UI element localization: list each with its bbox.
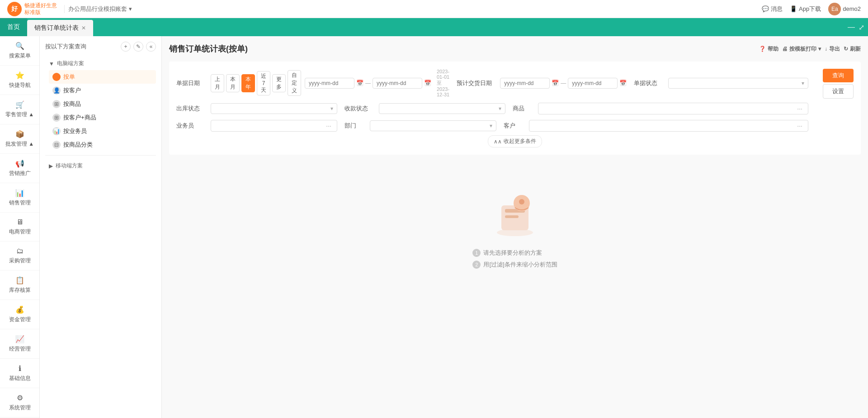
template-print-btn[interactable]: 🖨 按模板打印 ▾ xyxy=(782,45,821,53)
scheme-by-customer-product[interactable]: ⊞ 按客户+商品 xyxy=(49,111,156,124)
sidebar-item-basic-info[interactable]: ℹ 基础信息 xyxy=(0,359,39,388)
refresh-btn[interactable]: ↻ 刷新 xyxy=(844,45,861,53)
sidebar-item-retail[interactable]: 🛒 零售管理 ▲ xyxy=(0,95,39,124)
date-range-display: 2023-01-01 至 2023-12-31 xyxy=(437,69,449,97)
collapse-panel-btn[interactable]: « xyxy=(146,42,156,52)
minimize-icon[interactable]: — xyxy=(848,23,855,31)
maximize-icon[interactable]: ⤢ xyxy=(859,23,864,32)
message-icon: 💬 xyxy=(762,5,769,12)
by-product-category-icon: ⊟ xyxy=(52,141,61,149)
collapsed-icon: ▶ xyxy=(49,163,53,169)
collapse-row: ∧∧ 收起更多条件 xyxy=(176,135,854,147)
salesperson-select[interactable]: ··· xyxy=(211,120,337,132)
refresh-icon: ↻ xyxy=(844,46,848,52)
tab-bar: 首页 销售订单统计表 ✕ — ⤢ xyxy=(0,18,868,36)
sidebar-item-marketing[interactable]: 📢 营销推广 xyxy=(0,154,39,183)
section-divider xyxy=(45,155,156,156)
pc-section-header[interactable]: ▼ 电脑端方案 xyxy=(45,57,156,70)
sidebar-item-operations[interactable]: 📈 经营管理 xyxy=(0,329,39,359)
page-title-actions: ❓ 帮助 🖨 按模板打印 ▾ ↓ 导出 ↻ 刷新 xyxy=(759,45,861,53)
download-icon: 📱 xyxy=(790,5,797,12)
sidebar-item-search-menu[interactable]: 🔍 搜索菜单 xyxy=(0,36,39,66)
scheme-by-product-category[interactable]: ⊟ 按商品分类 xyxy=(49,138,156,152)
sidebar-item-purchase[interactable]: 🗂 采购管理 xyxy=(0,242,39,271)
department-select[interactable]: ▾ xyxy=(370,120,496,131)
ecom-icon: 🖥 xyxy=(2,218,38,226)
calendar-start-icon[interactable]: 📅 xyxy=(356,80,363,86)
left-panel-title: 按以下方案查询 xyxy=(45,43,86,51)
expected-separator: — xyxy=(561,80,566,86)
customer-ellipsis[interactable]: ··· xyxy=(795,122,804,129)
custom-btn[interactable]: 自定义 xyxy=(288,70,301,96)
empty-svg xyxy=(488,187,542,242)
date-end-input[interactable] xyxy=(373,78,422,89)
sidebar: 🔍 搜索菜单 ⭐ 快捷导航 🛒 零售管理 ▲ 📦 批发管理 ▲ 📢 营销推广 📊… xyxy=(0,36,40,418)
export-icon: ↓ xyxy=(825,46,827,52)
purchase-icon: 🗂 xyxy=(2,247,38,255)
app-download-btn[interactable]: 📱 App下载 xyxy=(790,5,821,13)
sidebar-item-quick-nav[interactable]: ⭐ 快捷导航 xyxy=(0,66,39,95)
customer-select[interactable]: ··· xyxy=(529,120,808,132)
star-icon: ⭐ xyxy=(2,71,38,80)
more-btn[interactable]: 更多 xyxy=(272,74,286,92)
finance-icon: 💰 xyxy=(2,305,38,314)
filter-area: 单据日期 上月 本月 本年 近7天 更多 自定义 xyxy=(169,62,861,155)
date-shortcuts: 上月 本月 本年 近7天 更多 自定义 xyxy=(211,70,301,96)
collapse-btn[interactable]: ∧∧ 收起更多条件 xyxy=(488,135,542,147)
sidebar-item-finance[interactable]: 💰 资金管理 xyxy=(0,300,39,329)
delivery-status-select[interactable]: ▾ xyxy=(211,103,337,114)
tab-sales-order-stats[interactable]: 销售订单统计表 ✕ xyxy=(27,20,93,36)
expected-delivery-end[interactable] xyxy=(568,78,618,89)
expected-delivery-start[interactable] xyxy=(500,78,550,89)
scheme-by-product[interactable]: ⊞ 按商品 xyxy=(49,97,156,111)
this-year-btn[interactable]: 本年 xyxy=(241,74,255,92)
last-month-btn[interactable]: 上月 xyxy=(211,74,224,92)
sidebar-item-ecom[interactable]: 🖥 电商管理 xyxy=(0,213,39,242)
date-input-group: 📅 — 📅 xyxy=(305,78,431,89)
date-filter-group: 上月 本月 本年 近7天 更多 自定义 📅 xyxy=(211,69,449,97)
logo-area: 好 畅捷通好生意 标准版 xyxy=(7,2,57,16)
main-layout: 🔍 搜索菜单 ⭐ 快捷导航 🛒 零售管理 ▲ 📦 批发管理 ▲ 📢 营销推广 📊… xyxy=(0,36,868,418)
sidebar-item-wholesale[interactable]: 📦 批发管理 ▲ xyxy=(0,124,39,154)
retail-icon: 🛒 xyxy=(2,100,38,109)
last-7-days-btn[interactable]: 近7天 xyxy=(257,71,270,95)
app-selector[interactable]: 办公用品行业模拟账套 ▾ xyxy=(64,5,136,13)
status-select[interactable]: ▾ xyxy=(668,78,808,89)
tab-home[interactable]: 首页 xyxy=(0,18,27,36)
scheme-by-order[interactable]: ● 按单 xyxy=(49,70,156,84)
tab-bar-actions: — ⤢ xyxy=(848,23,868,32)
print-arrow-icon: ▾ xyxy=(818,46,821,52)
sidebar-item-inventory[interactable]: 📋 库存核算 xyxy=(0,271,39,300)
export-btn[interactable]: ↓ 导出 xyxy=(825,45,840,53)
department-dropdown-icon: ▾ xyxy=(490,123,492,129)
mobile-section-label: 移动端方案 xyxy=(56,162,83,170)
product-ellipsis[interactable]: ··· xyxy=(795,105,804,112)
add-scheme-btn[interactable]: + xyxy=(121,42,131,52)
close-tab-icon[interactable]: ✕ xyxy=(81,25,86,31)
sidebar-item-system[interactable]: ⚙ 系统管理 xyxy=(0,388,39,418)
product-select[interactable]: ··· xyxy=(538,103,808,114)
by-salesperson-label: 按业务员 xyxy=(63,127,87,135)
date-start-input[interactable] xyxy=(305,78,354,89)
scheme-by-customer[interactable]: 👤 按客户 xyxy=(49,84,156,97)
help-btn[interactable]: ❓ 帮助 xyxy=(759,45,778,53)
user-menu[interactable]: Ea demo2 xyxy=(828,3,861,15)
message-btn[interactable]: 💬 消息 xyxy=(762,5,783,13)
calendar-end-icon[interactable]: 📅 xyxy=(424,80,431,86)
sidebar-item-sales[interactable]: 📊 销售管理 xyxy=(0,183,39,213)
query-btn[interactable]: 查询 xyxy=(823,69,854,82)
by-product-icon: ⊞ xyxy=(52,100,61,108)
receipt-status-select[interactable]: ▾ xyxy=(379,103,505,114)
this-month-btn[interactable]: 本月 xyxy=(226,74,240,92)
svg-rect-3 xyxy=(505,215,519,218)
settings-btn[interactable]: 设置 xyxy=(823,84,854,99)
calendar-expected-start-icon[interactable]: 📅 xyxy=(552,80,559,86)
content-area: 按以下方案查询 + ✎ « ▼ 电脑端方案 ● 按单 👤 按客户 xyxy=(40,36,868,418)
home-label: 首页 xyxy=(7,23,20,31)
calendar-expected-end-icon[interactable]: 📅 xyxy=(619,80,627,86)
edit-scheme-btn[interactable]: ✎ xyxy=(133,42,143,52)
salesperson-ellipsis[interactable]: ··· xyxy=(324,122,333,129)
scheme-by-salesperson[interactable]: 📊 按业务员 xyxy=(49,124,156,138)
mobile-section-header[interactable]: ▶ 移动端方案 xyxy=(45,159,156,172)
top-bar-right: 💬 消息 📱 App下载 Ea demo2 xyxy=(762,3,861,15)
